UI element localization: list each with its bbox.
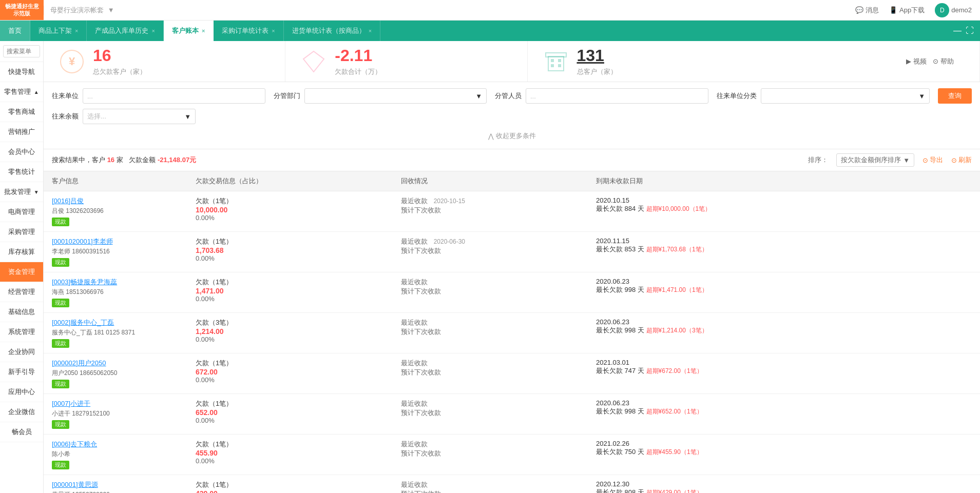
customer-contact: 吕俊 13026203696: [52, 207, 179, 215]
svg-rect-6: [551, 64, 554, 67]
help-btn[interactable]: ⊙ 帮助: [933, 57, 954, 66]
sidebar-item-capital-mgmt[interactable]: 资金管理: [0, 262, 43, 282]
next-collection-info: 预计下次收款: [401, 489, 580, 493]
overdue-amount-link[interactable]: 超期¥672.00（1笔）: [646, 367, 703, 374]
video-icon: ▶: [906, 57, 911, 65]
sidebar-item-sys-mgmt[interactable]: 系统管理: [0, 322, 43, 342]
sidebar-item-enterprise-collab[interactable]: 企业协同: [0, 342, 43, 362]
customer-name-link[interactable]: [000001]黄思源: [52, 481, 98, 488]
debt-amount[interactable]: 1,703.68: [196, 246, 385, 254]
customer-name-link[interactable]: [0001020001]李老师: [52, 238, 113, 245]
collection-info: 最近收款 2020-10-15: [401, 196, 580, 206]
collection-info: 最近收款: [401, 278, 580, 287]
overdue-amount-link[interactable]: 超期¥1,214.00（3笔）: [646, 327, 708, 334]
sort-select[interactable]: 按欠款金额倒序排序 ▼: [836, 153, 914, 167]
tab-purchase-stat[interactable]: 进货单统计表（按商品） ×: [284, 21, 380, 41]
debt-amount[interactable]: 672.00: [196, 368, 385, 376]
sidebar-item-retail-store[interactable]: 零售商城: [0, 102, 43, 122]
result-actions: 排序： 按欠款金额倒序排序 ▼ ⊙ 导出 ⊙ 刷新: [808, 153, 972, 167]
overdue-amount-link[interactable]: 超期¥10,000.00（1笔）: [646, 205, 712, 212]
next-collection-info: 预计下次收款: [401, 368, 580, 377]
debt-amount[interactable]: 1,471.00: [196, 287, 385, 295]
industry-label: 母婴行业演示帐套 ▼: [44, 6, 123, 15]
from-unit-input[interactable]: ...: [83, 88, 265, 104]
search-button[interactable]: 查询: [938, 88, 972, 104]
debt-count: 欠款（1笔）: [196, 237, 385, 246]
tab-close-products-off[interactable]: ×: [75, 28, 78, 34]
user-action[interactable]: D demo2: [935, 3, 972, 17]
tab-production-history[interactable]: 产成品入库单历史 ×: [87, 21, 163, 41]
sidebar-item-new-guide[interactable]: 新手引导: [0, 362, 43, 382]
unit-category-select[interactable]: ▼: [761, 88, 930, 104]
overdue-amount-link[interactable]: 超期¥652.00（1笔）: [646, 408, 703, 415]
sidebar-item-vip-member[interactable]: 畅会员: [0, 422, 43, 442]
tab-close-customer-account[interactable]: ×: [202, 28, 205, 34]
tab-close-purchase-stat[interactable]: ×: [369, 28, 372, 34]
next-collection-info: 预计下次收款: [401, 246, 580, 255]
collapse-button[interactable]: ⋀ 收起更多条件: [52, 129, 972, 143]
due-date: 2020.12.30: [596, 480, 972, 488]
sidebar-item-purchase-mgmt[interactable]: 采购管理: [0, 222, 43, 242]
total-customers-value: 131: [577, 46, 617, 65]
customer-name-link[interactable]: [000002]用户2050: [52, 359, 106, 367]
customer-name-link[interactable]: [0003]畅捷服务尹海蕊: [52, 278, 117, 286]
overdue-amount-link[interactable]: 超期¥1,471.00（1笔）: [646, 286, 708, 293]
sidebar-item-inventory[interactable]: 库存核算: [0, 242, 43, 262]
sidebar-item-marketing[interactable]: 营销推广: [0, 122, 43, 142]
overdue-amount-link[interactable]: 超期¥1,703.68（1笔）: [646, 246, 708, 253]
refresh-button[interactable]: ⊙ 刷新: [951, 155, 972, 165]
debt-amount[interactable]: 10,000.00: [196, 206, 385, 214]
overdue-amount-link[interactable]: 超期¥429.00（1笔）: [646, 489, 703, 493]
customer-name-link[interactable]: [0006]去下粮仓: [52, 440, 97, 448]
debt-customers-label: 总欠款客户（家）: [93, 67, 146, 76]
customer-name-link[interactable]: [0002]服务中心_丁磊: [52, 319, 114, 326]
tab-close-production-history[interactable]: ×: [151, 28, 155, 34]
video-btn[interactable]: ▶ 视频: [906, 57, 927, 66]
app-download-action[interactable]: 📱 App下载: [889, 6, 925, 15]
sidebar-item-member-center[interactable]: 会员中心: [0, 142, 43, 162]
filter-unit-category: 往来单位分类 ▼: [717, 88, 930, 104]
customer-contact: 用户2050 18665062050: [52, 369, 179, 378]
tabs-minimize-btn[interactable]: —: [953, 26, 962, 35]
customer-tag: 现款: [52, 420, 69, 429]
tab-purchase-order[interactable]: 采购订单统计表 ×: [214, 21, 283, 41]
manager-input[interactable]: ...: [526, 88, 708, 104]
sidebar-item-basic-info[interactable]: 基础信息: [0, 302, 43, 322]
customer-name-link[interactable]: [0007]小进干: [52, 400, 90, 407]
due-date: 2021.03.01: [596, 359, 972, 366]
debt-amount[interactable]: 1,214.00: [196, 327, 385, 336]
filter-row-2: 往来余额 选择... ▼: [52, 109, 972, 124]
dept-select[interactable]: ▼: [304, 88, 487, 104]
tab-home[interactable]: 首页: [0, 21, 30, 41]
sidebar-item-app-center[interactable]: 应用中心: [0, 382, 43, 402]
sidebar-item-batch-mgmt[interactable]: 批发管理 ▼: [0, 182, 43, 202]
app-download-icon: 📱: [889, 6, 897, 14]
tabs-maximize-btn[interactable]: ⛶: [966, 26, 974, 35]
tab-customer-account[interactable]: 客户账本 ×: [164, 21, 214, 41]
overdue-amount-link[interactable]: 超期¥455.90（1笔）: [646, 448, 703, 456]
sidebar-item-ops-mgmt[interactable]: 经营管理: [0, 282, 43, 302]
overdue-info: 最长欠款 808 天 超期¥429.00（1笔）: [596, 488, 972, 493]
search-input[interactable]: [3, 45, 40, 57]
sidebar-item-retail-mgmt[interactable]: 零售管理 ▲: [0, 82, 43, 102]
table-row: [0007]小进干 小进干 18279152100 现款 欠款（1笔） 652.…: [44, 394, 980, 435]
debt-amount[interactable]: 429.00: [196, 489, 385, 493]
sidebar-item-enterprise-wechat[interactable]: 企业微信: [0, 402, 43, 422]
tab-close-purchase-order[interactable]: ×: [272, 28, 275, 34]
stat-total-customers: 131 总客户（家） ▶ 视频 ⊙ 帮助: [528, 41, 981, 82]
customer-name-link[interactable]: [0016]吕俊: [52, 197, 84, 205]
tab-products-off[interactable]: 商品上下架 ×: [30, 21, 87, 41]
sidebar-item-retail-stat[interactable]: 零售统计: [0, 162, 43, 182]
export-button[interactable]: ⊙ 导出: [923, 155, 943, 165]
remaining-select[interactable]: 选择... ▼: [83, 109, 196, 124]
table-row: [0001020001]李老师 李老师 18600391516 现款 欠款（1笔…: [44, 232, 980, 272]
sidebar-item-ecom-mgmt[interactable]: 电商管理: [0, 202, 43, 222]
filter-manager: 分管人员 ...: [495, 88, 708, 104]
overdue-info: 最长欠款 998 天 超期¥1,471.00（1笔）: [596, 285, 972, 294]
overdue-info: 最长欠款 750 天 超期¥455.90（1笔）: [596, 447, 972, 457]
sidebar-item-quick-nav[interactable]: 快捷导航: [0, 62, 43, 82]
debt-amount[interactable]: 455.90: [196, 449, 385, 457]
debt-percent: 0.00%: [196, 254, 385, 262]
debt-amount[interactable]: 652.00: [196, 408, 385, 417]
message-action[interactable]: 💬 消息: [855, 6, 879, 15]
